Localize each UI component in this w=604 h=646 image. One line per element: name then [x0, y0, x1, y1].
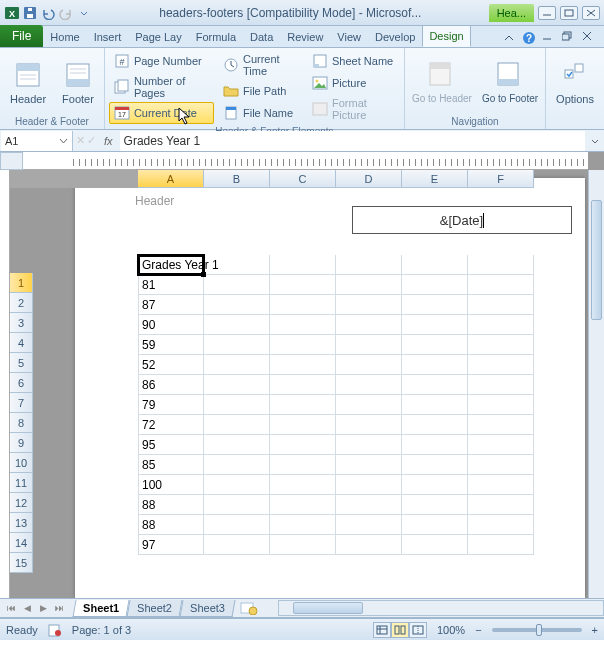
cell-D15[interactable] — [336, 535, 402, 555]
doc-minimize-icon[interactable] — [542, 31, 558, 47]
horizontal-scrollbar[interactable] — [278, 600, 604, 616]
zoom-in-icon[interactable]: + — [592, 624, 598, 636]
cell-C5[interactable] — [270, 335, 336, 355]
cell-E8[interactable] — [402, 395, 468, 415]
cell-C1[interactable] — [270, 255, 336, 275]
cell-C8[interactable] — [270, 395, 336, 415]
cell-D13[interactable] — [336, 495, 402, 515]
cell-B8[interactable] — [204, 395, 270, 415]
cell-B6[interactable] — [204, 355, 270, 375]
cell-B5[interactable] — [204, 335, 270, 355]
row-header-9[interactable]: 9 — [10, 433, 33, 453]
row-header-7[interactable]: 7 — [10, 393, 33, 413]
zoom-percent[interactable]: 100% — [437, 624, 465, 636]
zoom-out-icon[interactable]: − — [475, 624, 481, 636]
cell-B12[interactable] — [204, 475, 270, 495]
cell-C13[interactable] — [270, 495, 336, 515]
tab-view[interactable]: View — [330, 25, 368, 47]
cell-C10[interactable] — [270, 435, 336, 455]
formula-input[interactable]: Grades Year 1 — [120, 131, 585, 151]
cell-A12[interactable]: 100 — [138, 475, 204, 495]
cell-A2[interactable]: 81 — [138, 275, 204, 295]
header-button[interactable]: Header — [4, 50, 52, 114]
row-header-15[interactable]: 15 — [10, 553, 33, 573]
cell-C6[interactable] — [270, 355, 336, 375]
cell-C4[interactable] — [270, 315, 336, 335]
cell-A9[interactable]: 72 — [138, 415, 204, 435]
cell-D4[interactable] — [336, 315, 402, 335]
row-header-3[interactable]: 3 — [10, 313, 33, 333]
col-header-D[interactable]: D — [336, 170, 402, 188]
cell-E1[interactable] — [402, 255, 468, 275]
cell-F9[interactable] — [468, 415, 534, 435]
cell-B11[interactable] — [204, 455, 270, 475]
tab-nav-next-icon[interactable]: ▶ — [36, 601, 50, 615]
cell-F7[interactable] — [468, 375, 534, 395]
cell-F11[interactable] — [468, 455, 534, 475]
cell-F5[interactable] — [468, 335, 534, 355]
cell-F8[interactable] — [468, 395, 534, 415]
cell-D11[interactable] — [336, 455, 402, 475]
cell-E10[interactable] — [402, 435, 468, 455]
cell-F4[interactable] — [468, 315, 534, 335]
cell-F6[interactable] — [468, 355, 534, 375]
goto-footer-button[interactable]: Go to Footer — [479, 50, 541, 114]
cell-F2[interactable] — [468, 275, 534, 295]
select-all-corner[interactable] — [0, 152, 23, 170]
tab-insert[interactable]: Insert — [87, 25, 129, 47]
cell-F1[interactable] — [468, 255, 534, 275]
col-header-C[interactable]: C — [270, 170, 336, 188]
cell-E7[interactable] — [402, 375, 468, 395]
cell-E11[interactable] — [402, 455, 468, 475]
help-icon[interactable]: ? — [522, 31, 538, 47]
cell-E9[interactable] — [402, 415, 468, 435]
expand-formula-bar-icon[interactable] — [586, 136, 604, 146]
cell-A10[interactable]: 95 — [138, 435, 204, 455]
cell-F10[interactable] — [468, 435, 534, 455]
row-header-12[interactable]: 12 — [10, 493, 33, 513]
cell-D8[interactable] — [336, 395, 402, 415]
number-of-pages-button[interactable]: Number of Pages — [109, 72, 214, 102]
cell-A5[interactable]: 59 — [138, 335, 204, 355]
cell-B15[interactable] — [204, 535, 270, 555]
file-name-button[interactable]: File Name — [218, 102, 303, 124]
cell-A15[interactable]: 97 — [138, 535, 204, 555]
current-date-button[interactable]: 17Current Date — [109, 102, 214, 124]
row-header-5[interactable]: 5 — [10, 353, 33, 373]
maximize-button[interactable] — [560, 6, 578, 20]
normal-view-icon[interactable] — [373, 622, 391, 638]
cell-D5[interactable] — [336, 335, 402, 355]
close-button[interactable] — [582, 6, 600, 20]
cell-E4[interactable] — [402, 315, 468, 335]
cell-D3[interactable] — [336, 295, 402, 315]
contextual-tab-header-footer[interactable]: Hea... — [489, 4, 534, 22]
cell-E14[interactable] — [402, 515, 468, 535]
tab-nav-prev-icon[interactable]: ◀ — [20, 601, 34, 615]
tab-nav-last-icon[interactable]: ⏭ — [52, 601, 66, 615]
cell-A1[interactable]: Grades Year 1 — [138, 255, 204, 275]
zoom-slider[interactable] — [492, 628, 582, 632]
file-path-button[interactable]: File Path — [218, 80, 303, 102]
cell-A7[interactable]: 86 — [138, 375, 204, 395]
tab-developer[interactable]: Develop — [368, 25, 422, 47]
cell-A6[interactable]: 52 — [138, 355, 204, 375]
name-box[interactable]: A1 — [1, 131, 73, 151]
col-header-B[interactable]: B — [204, 170, 270, 188]
cell-D6[interactable] — [336, 355, 402, 375]
cell-A3[interactable]: 87 — [138, 295, 204, 315]
cell-C12[interactable] — [270, 475, 336, 495]
fx-icon[interactable]: fx — [98, 135, 119, 147]
cell-F3[interactable] — [468, 295, 534, 315]
cell-F12[interactable] — [468, 475, 534, 495]
cell-C14[interactable] — [270, 515, 336, 535]
sheet-tab-sheet1[interactable]: Sheet1 — [73, 600, 130, 617]
page-layout-view-icon[interactable] — [391, 622, 409, 638]
minimize-button[interactable] — [538, 6, 556, 20]
cell-C7[interactable] — [270, 375, 336, 395]
macro-record-icon[interactable] — [48, 623, 62, 637]
row-header-1[interactable]: 1 — [10, 273, 33, 293]
tab-review[interactable]: Review — [280, 25, 330, 47]
doc-close-icon[interactable] — [582, 31, 598, 47]
page-number-button[interactable]: #Page Number — [109, 50, 214, 72]
row-header-4[interactable]: 4 — [10, 333, 33, 353]
